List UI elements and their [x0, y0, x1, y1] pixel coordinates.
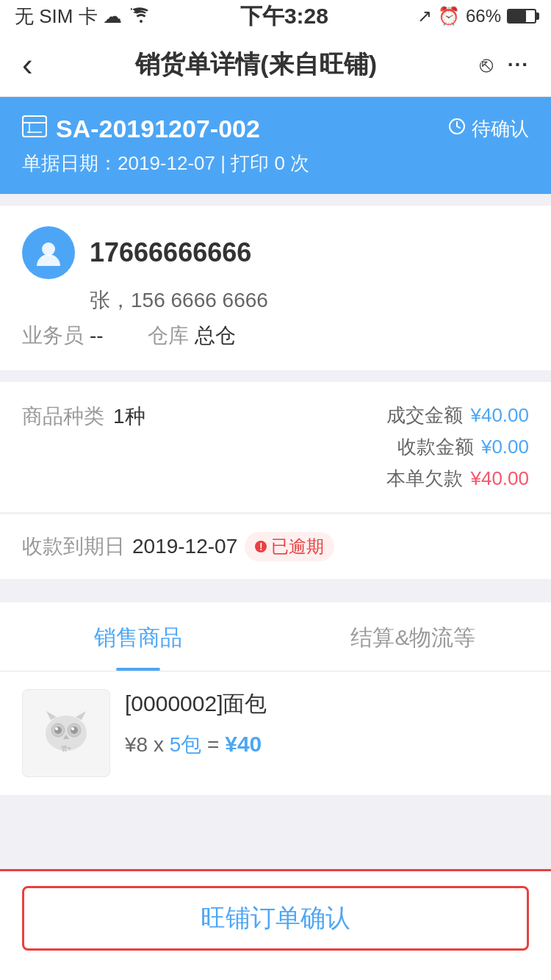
- confirm-button-wrap: 旺铺订单确认: [0, 869, 551, 980]
- summary-section: 商品种类 1种 成交金额 ¥40.00 收款金额 ¥0.00 本单欠款 ¥40.…: [0, 382, 551, 512]
- product-name: [0000002]面包: [125, 689, 529, 719]
- due-label: 收款到期日: [22, 533, 125, 561]
- amount-value-1: ¥0.00: [481, 436, 529, 458]
- customer-meta: 业务员 -- 仓库 总仓: [22, 322, 529, 350]
- price-qty: 5包: [170, 733, 202, 756]
- divider-1: [0, 370, 551, 382]
- alarm-icon: ⏰: [438, 6, 460, 26]
- svg-point-7: [71, 727, 78, 734]
- status-right: ↗ ⏰ 66%: [417, 6, 536, 26]
- avatar: [22, 226, 75, 279]
- brand-logo: 管+: [40, 710, 92, 757]
- svg-text:管+: 管+: [61, 745, 71, 752]
- svg-point-8: [55, 727, 58, 730]
- warehouse-value: 总仓: [195, 322, 236, 350]
- order-meta: 单据日期：2019-12-07 | 打印 0 次: [22, 151, 529, 176]
- order-header-top: SA-20191207-002 待确认: [22, 115, 529, 143]
- amount-label-0: 成交金额: [386, 403, 463, 428]
- status-time: 下午3:28: [240, 1, 328, 32]
- product-price: ¥8 x 5包 = ¥40: [125, 731, 529, 759]
- summary-item-0: 成交金额 ¥40.00: [386, 403, 529, 428]
- product-thumbnail: 管+: [22, 689, 110, 777]
- tabs-header: 销售商品 结算&物流等: [0, 602, 551, 671]
- status-left: 无 SIM 卡 ☁: [15, 4, 151, 29]
- clock-icon: [448, 118, 466, 140]
- back-button[interactable]: ‹: [22, 46, 33, 83]
- svg-point-9: [71, 727, 74, 730]
- customer-top: 17666666666: [22, 226, 529, 279]
- product-item-0: 管+ [0000002]面包 ¥8 x 5包 = ¥40: [22, 689, 529, 777]
- amount-label-2: 本单欠款: [386, 466, 463, 491]
- sales-value: --: [90, 324, 104, 347]
- price-equals: =: [201, 733, 225, 756]
- warehouse-label: 仓库: [148, 322, 189, 350]
- type-value: 1种: [113, 403, 145, 430]
- customer-phone: 17666666666: [90, 237, 251, 268]
- status-bar: 无 SIM 卡 ☁ 下午3:28 ↗ ⏰ 66%: [0, 0, 551, 32]
- sales-meta: 业务员 --: [22, 322, 104, 350]
- order-header: SA-20191207-002 待确认 单据日期：2019-12-07 | 打印…: [0, 97, 551, 194]
- customer-section: 17666666666 张，156 6666 6666 业务员 -- 仓库 总仓: [0, 206, 551, 370]
- order-status: 待确认: [448, 116, 529, 142]
- divider-2: [0, 579, 551, 591]
- no-sim-label: 无 SIM 卡 ☁: [15, 4, 122, 29]
- order-id: SA-20191207-002: [22, 115, 260, 143]
- svg-rect-0: [23, 116, 46, 137]
- warehouse-meta: 仓库 总仓: [148, 322, 236, 350]
- tabs-section: 销售商品 结算&物流等: [0, 602, 551, 795]
- product-list: 管+ [0000002]面包 ¥8 x 5包 = ¥40: [0, 671, 551, 795]
- page-title: 销货单详情(来自旺铺): [135, 48, 377, 82]
- share-icon[interactable]: ⎋: [480, 52, 493, 77]
- amount-value-2: ¥40.00: [470, 467, 529, 490]
- location-icon: ↗: [417, 6, 432, 26]
- confirm-order-button[interactable]: 旺铺订单确认: [22, 886, 529, 951]
- summary-left: 商品种类 1种: [22, 403, 145, 430]
- summary-item-2: 本单欠款 ¥40.00: [386, 466, 529, 491]
- battery-icon: [507, 9, 536, 24]
- nav-bar: ‹ 销货单详情(来自旺铺) ⎋ ···: [0, 32, 551, 97]
- sales-label: 业务员: [22, 322, 84, 350]
- more-icon[interactable]: ···: [508, 53, 529, 76]
- battery-percent: 66%: [466, 6, 501, 26]
- tab-products[interactable]: 销售商品: [0, 602, 276, 671]
- due-section: 收款到期日 2019-12-07 ! 已逾期: [0, 514, 551, 579]
- price-label: ¥8 x: [125, 733, 170, 756]
- summary-right: 成交金额 ¥40.00 收款金额 ¥0.00 本单欠款 ¥40.00: [386, 403, 529, 491]
- amount-value-0: ¥40.00: [470, 404, 529, 427]
- inbox-icon: [22, 115, 47, 143]
- wifi-icon: [131, 5, 151, 28]
- svg-point-6: [54, 727, 62, 734]
- tab-settlement[interactable]: 结算&物流等: [276, 602, 551, 671]
- overdue-dot-icon: !: [255, 541, 267, 552]
- due-date-value: 2019-12-07: [132, 535, 237, 558]
- product-info: [0000002]面包 ¥8 x 5包 = ¥40: [125, 689, 529, 759]
- nav-actions: ⎋ ···: [480, 52, 529, 77]
- amount-label-1: 收款金额: [397, 434, 474, 460]
- overdue-badge: ! 已逾期: [245, 532, 334, 561]
- tab-products-label: 销售商品: [94, 625, 182, 649]
- summary-item-1: 收款金额 ¥0.00: [397, 434, 529, 460]
- tab-settlement-label: 结算&物流等: [350, 625, 475, 649]
- summary-row: 商品种类 1种 成交金额 ¥40.00 收款金额 ¥0.00 本单欠款 ¥40.…: [22, 403, 529, 491]
- svg-point-2: [42, 242, 55, 256]
- overdue-text: 已逾期: [271, 535, 324, 558]
- type-label: 商品种类: [22, 403, 104, 430]
- price-total: ¥40: [225, 732, 262, 756]
- customer-contact: 张，156 6666 6666: [22, 287, 529, 314]
